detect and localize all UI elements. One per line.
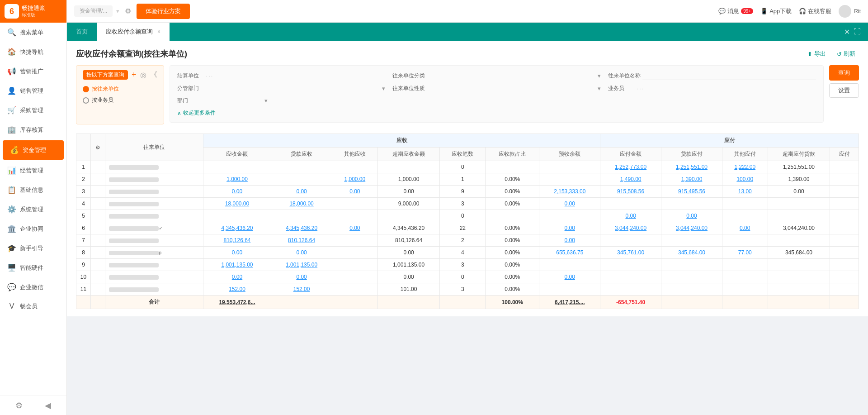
online-service-item[interactable]: 🎧 在线客服 [799,7,831,15]
filter-dropdown-nature-icon[interactable]: ▾ [598,85,601,92]
query-item-by-salesman[interactable]: 按业务员 [83,95,157,106]
sidebar-item-warehouse[interactable]: 🏢库存核算 [0,120,66,139]
row-cell-应付金额[interactable]: 1,252,773.00 [600,161,661,173]
row-cell-贷款应收 [271,173,332,186]
row-cell-预收余额[interactable]: 0.00 [539,222,600,234]
row-cell-应收金额[interactable]: 18,000.00 [203,198,271,210]
row-cell-应收金额[interactable]: 152.00 [203,283,271,296]
row-cell-应收金额[interactable]: 810,126.64 [203,234,271,247]
row-cell-其他应付[interactable]: 0.00 [722,222,768,234]
row-cell-贷款应付[interactable]: 345,684.00 [661,247,722,259]
messages-item[interactable]: 💬 消息 99+ [718,7,753,15]
sidebar-logo: 6 畅捷通账 标准版 [0,0,66,23]
row-cell-应收金额[interactable]: 1,000.00 [203,173,271,186]
sidebar-item-search-menu[interactable]: 🔍搜索菜单 [0,23,66,42]
row-cell-预收余额[interactable]: 655,636.75 [539,247,600,259]
row-cell-其他应收[interactable]: 0.00 [332,186,378,198]
row-cell-应收金额[interactable]: 0.00 [203,247,271,259]
export-button[interactable]: ⬆ 导出 [804,48,830,60]
sidebar-item-marketing[interactable]: 📢营销推广 [0,62,66,81]
row-cell-贷款应收[interactable]: 0.00 [271,271,332,283]
tab-close-ar-ap-query[interactable]: × [157,29,160,35]
row-cell-贷款应收[interactable]: 0.00 [271,247,332,259]
row-cell-贷款应付[interactable]: 0.00 [661,210,722,222]
row-cell-应付金额[interactable]: 345,761.00 [600,247,661,259]
sidebar-settings-icon[interactable]: ⚙ [15,401,23,410]
row-cell-应收金额[interactable]: 4,345,436.20 [203,222,271,234]
sidebar-item-basic-info[interactable]: 📋基础信息 [0,180,66,200]
row-cell-贷款应收[interactable]: 1,001,135.00 [271,259,332,271]
sidebar-item-vip[interactable]: V畅会员 [0,297,66,316]
footer-prepaid-balance[interactable]: 6,417,215.... [539,296,600,309]
row-cell-贷款应收[interactable]: 0.00 [271,186,332,198]
row-cell-应付金额[interactable]: 3,044,240.00 [600,222,661,234]
query-button[interactable]: 查询 [829,65,859,81]
filter-dropdown-branch-icon[interactable]: ▾ [264,97,268,104]
row-cell-超期应付货款 [768,259,830,271]
sidebar-item-management[interactable]: 📊经营管理 [0,161,66,180]
sidebar-item-newbie[interactable]: 🎓新手引导 [0,239,66,258]
row-cell-应付金额[interactable]: 1,490.00 [600,173,661,186]
filter-input-settlement[interactable]: ··· [206,72,214,79]
settings-gear-icon[interactable]: ⚙ [123,5,133,17]
query-add-icon[interactable]: + [132,70,137,80]
user-info[interactable]: Rit [839,5,861,18]
tab-close-icon[interactable]: ✕ [844,28,850,36]
row-cell-应付金额[interactable]: 0.00 [600,210,661,222]
row-cell-贷款应收[interactable]: 18,000.00 [271,198,332,210]
row-cell-贷款应收[interactable]: 4,345,436.20 [271,222,332,234]
row-cell-其他应付[interactable]: 77.00 [722,247,768,259]
sidebar-item-purchase[interactable]: 🛒采购管理 [0,100,66,120]
query-item-by-partner[interactable]: 按往来单位 [83,83,157,95]
row-cell-其他应付[interactable]: 1,222.00 [722,161,768,173]
row-cell-贷款应付[interactable]: 3,044,240.00 [661,222,722,234]
table-setting-button[interactable]: 设置 [829,83,859,98]
filter-input-salesman[interactable]: ··· [637,85,645,92]
row-cell-应收金额[interactable]: 0.00 [203,186,271,198]
row-cell-贷款应收[interactable]: 152.00 [271,283,332,296]
row-cell-其他应收[interactable]: 0.00 [332,222,378,234]
row-cell-预收余额[interactable]: 0.00 [539,234,600,247]
row-cell-应收金额[interactable]: 0.00 [203,271,271,283]
filter-dropdown-category-icon[interactable]: ▾ [598,72,601,79]
row-cell-应付金额[interactable]: 915,508.56 [600,186,661,198]
tab-expand-icon[interactable]: ⛶ [854,28,861,36]
row-cell-贷款应收[interactable]: 810,126.64 [271,234,332,247]
filter-collapse-button[interactable]: ∧ 收起更多条件 [177,109,816,117]
row-cell-应收金额[interactable]: 1,001,135.00 [203,259,271,271]
row-cell-预收余额[interactable]: 0.00 [539,271,600,283]
sidebar-item-enterprise[interactable]: 🏛️企业协同 [0,219,66,239]
row-cell-应付截 [830,222,859,234]
filter-dropdown-dept-icon[interactable]: ▾ [382,85,385,92]
sidebar-item-system[interactable]: ⚙️系统管理 [0,200,66,219]
row-cell-应收款占比: 0.00% [486,234,539,247]
col-receivable-count-header: 应收笔数 [440,148,486,161]
row-cell-预收余额[interactable]: 2,153,333.00 [539,186,600,198]
tab-ar-ap-query[interactable]: 应收应付余额查询× [97,23,170,41]
row-cell-其他应付[interactable]: 13.00 [722,186,768,198]
row-cell-其他应付[interactable]: 100.00 [722,173,768,186]
app-download-item[interactable]: 📱 App下载 [760,7,792,15]
query-scheme-setting-icon[interactable]: ◎ [140,71,146,79]
sidebar-item-enterprise-wx[interactable]: 💬企业微信 [0,277,66,297]
row-cell-超期应付货款 [768,198,830,210]
col-settings-header[interactable]: ⚙ [91,134,105,161]
sidebar-collapse-icon[interactable]: ◀ [45,401,51,410]
query-item-radio-icon [83,86,89,92]
row-cell-贷款应付[interactable]: 1,251,551.00 [661,161,722,173]
tab-home[interactable]: 首页 [67,23,97,41]
promo-button[interactable]: 体验行业方案 [137,4,190,19]
refresh-button[interactable]: ↺ 刷新 [833,48,859,60]
row-cell-其他应收[interactable]: 1,000.00 [332,173,378,186]
row-cell-预收余额[interactable]: 0.00 [539,198,600,210]
sidebar-item-quick-nav[interactable]: 🏠快捷导航 [0,42,66,62]
row-cell-贷款应付[interactable]: 915,495.56 [661,186,722,198]
footer-receivable-amount[interactable]: 19,553,472,6... [203,296,271,309]
row-cell-贷款应付[interactable]: 1,390.00 [661,173,722,186]
sidebar-item-sales[interactable]: 👤销售管理 [0,81,66,100]
row-num-cell: 9 [76,259,91,271]
query-scheme-back-icon[interactable]: 《 [150,70,157,80]
filter-input-partner-name[interactable] [642,71,816,80]
sidebar-item-smart-hw[interactable]: 🖥️智能硬件 [0,258,66,277]
sidebar-item-capital[interactable]: 💰资金管理 [3,140,64,160]
